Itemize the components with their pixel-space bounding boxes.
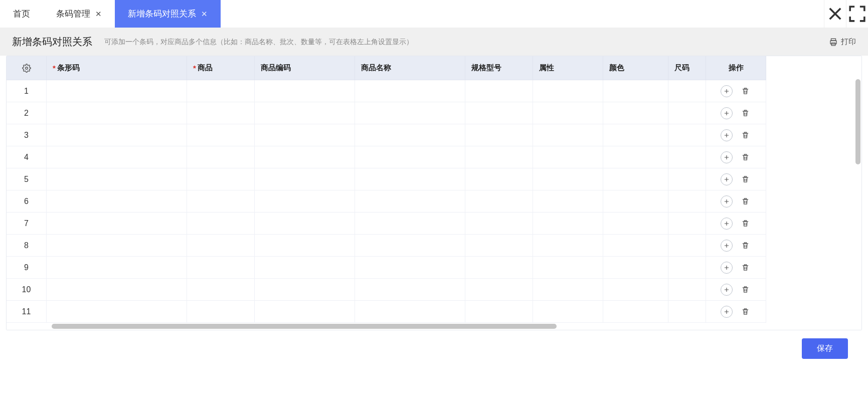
row-actions-cell[interactable] <box>706 168 766 190</box>
cell-product_code[interactable] <box>255 146 355 168</box>
horizontal-scrollbar[interactable] <box>7 323 861 330</box>
cell-product_code[interactable] <box>255 235 355 257</box>
cell-product_code[interactable] <box>255 190 355 213</box>
cell-product_code[interactable] <box>255 80 355 102</box>
cell-attr[interactable] <box>533 257 603 279</box>
cell-product[interactable] <box>187 190 255 213</box>
cell-color[interactable] <box>603 168 668 190</box>
delete-row-button[interactable] <box>740 240 752 252</box>
delete-row-button[interactable] <box>740 195 752 208</box>
cell-barcode[interactable] <box>47 235 187 257</box>
tab-add-barcode-map[interactable]: 新增条码对照关系 ✕ <box>115 0 221 28</box>
save-button[interactable]: 保存 <box>802 338 848 359</box>
cell-spec[interactable] <box>465 124 533 146</box>
cell-size[interactable] <box>668 190 706 213</box>
add-row-button[interactable] <box>721 195 733 208</box>
cell-color[interactable] <box>603 190 668 213</box>
cell-attr[interactable] <box>533 168 603 190</box>
row-actions-cell[interactable] <box>706 279 766 301</box>
cell-spec[interactable] <box>465 301 533 323</box>
cell-product_code[interactable] <box>255 168 355 190</box>
cell-color[interactable] <box>603 279 668 301</box>
cell-color[interactable] <box>603 213 668 235</box>
tab-home[interactable]: 首页 <box>0 0 43 28</box>
cell-barcode[interactable] <box>47 168 187 190</box>
cell-spec[interactable] <box>465 146 533 168</box>
cell-product_name[interactable] <box>355 213 465 235</box>
cell-spec[interactable] <box>465 80 533 102</box>
column-header-color[interactable]: 颜色 <box>603 56 668 80</box>
cell-barcode[interactable] <box>47 80 187 102</box>
add-row-button[interactable] <box>721 240 733 252</box>
column-header-attr[interactable]: 属性 <box>533 56 603 80</box>
cell-barcode[interactable] <box>47 124 187 146</box>
close-all-button[interactable] <box>824 0 846 28</box>
cell-product_name[interactable] <box>355 102 465 124</box>
delete-row-button[interactable] <box>740 284 752 296</box>
column-header-product-name[interactable]: 商品名称 <box>355 56 465 80</box>
cell-spec[interactable] <box>465 235 533 257</box>
cell-size[interactable] <box>668 124 706 146</box>
delete-row-button[interactable] <box>740 173 752 185</box>
cell-size[interactable] <box>668 146 706 168</box>
cell-barcode[interactable] <box>47 279 187 301</box>
row-actions-cell[interactable] <box>706 146 766 168</box>
cell-color[interactable] <box>603 80 668 102</box>
column-header-size[interactable]: 尺码 <box>668 56 706 80</box>
row-actions-cell[interactable] <box>706 257 766 279</box>
cell-attr[interactable] <box>533 279 603 301</box>
cell-product[interactable] <box>187 301 255 323</box>
cell-color[interactable] <box>603 235 668 257</box>
delete-row-button[interactable] <box>740 151 752 163</box>
cell-spec[interactable] <box>465 213 533 235</box>
cell-size[interactable] <box>668 168 706 190</box>
cell-spec[interactable] <box>465 102 533 124</box>
column-header-product[interactable]: *商品 <box>187 56 255 80</box>
cell-attr[interactable] <box>533 102 603 124</box>
row-actions-cell[interactable] <box>706 301 766 323</box>
cell-product[interactable] <box>187 124 255 146</box>
cell-attr[interactable] <box>533 235 603 257</box>
print-button[interactable]: 打印 <box>829 37 856 47</box>
cell-spec[interactable] <box>465 190 533 213</box>
delete-row-button[interactable] <box>740 262 752 274</box>
cell-size[interactable] <box>668 257 706 279</box>
cell-product_name[interactable] <box>355 80 465 102</box>
cell-size[interactable] <box>668 102 706 124</box>
cell-attr[interactable] <box>533 146 603 168</box>
row-actions-cell[interactable] <box>706 213 766 235</box>
delete-row-button[interactable] <box>740 107 752 119</box>
cell-attr[interactable] <box>533 190 603 213</box>
cell-spec[interactable] <box>465 257 533 279</box>
cell-product[interactable] <box>187 168 255 190</box>
cell-barcode[interactable] <box>47 102 187 124</box>
cell-spec[interactable] <box>465 279 533 301</box>
cell-product[interactable] <box>187 213 255 235</box>
delete-row-button[interactable] <box>740 129 752 141</box>
add-row-button[interactable] <box>721 107 733 119</box>
add-row-button[interactable] <box>721 306 733 318</box>
add-row-button[interactable] <box>721 173 733 185</box>
cell-product_code[interactable] <box>255 257 355 279</box>
add-row-button[interactable] <box>721 151 733 163</box>
cell-product_code[interactable] <box>255 301 355 323</box>
cell-color[interactable] <box>603 124 668 146</box>
cell-product_name[interactable] <box>355 168 465 190</box>
cell-product_code[interactable] <box>255 124 355 146</box>
cell-size[interactable] <box>668 80 706 102</box>
cell-product[interactable] <box>187 235 255 257</box>
add-row-button[interactable] <box>721 284 733 296</box>
cell-color[interactable] <box>603 102 668 124</box>
vertical-scrollbar[interactable] <box>855 79 860 330</box>
cell-color[interactable] <box>603 257 668 279</box>
cell-barcode[interactable] <box>47 301 187 323</box>
cell-product_code[interactable] <box>255 213 355 235</box>
cell-attr[interactable] <box>533 213 603 235</box>
add-row-button[interactable] <box>721 262 733 274</box>
row-actions-cell[interactable] <box>706 124 766 146</box>
delete-row-button[interactable] <box>740 218 752 230</box>
cell-product[interactable] <box>187 257 255 279</box>
cell-product[interactable] <box>187 102 255 124</box>
cell-product_name[interactable] <box>355 124 465 146</box>
cell-size[interactable] <box>668 235 706 257</box>
